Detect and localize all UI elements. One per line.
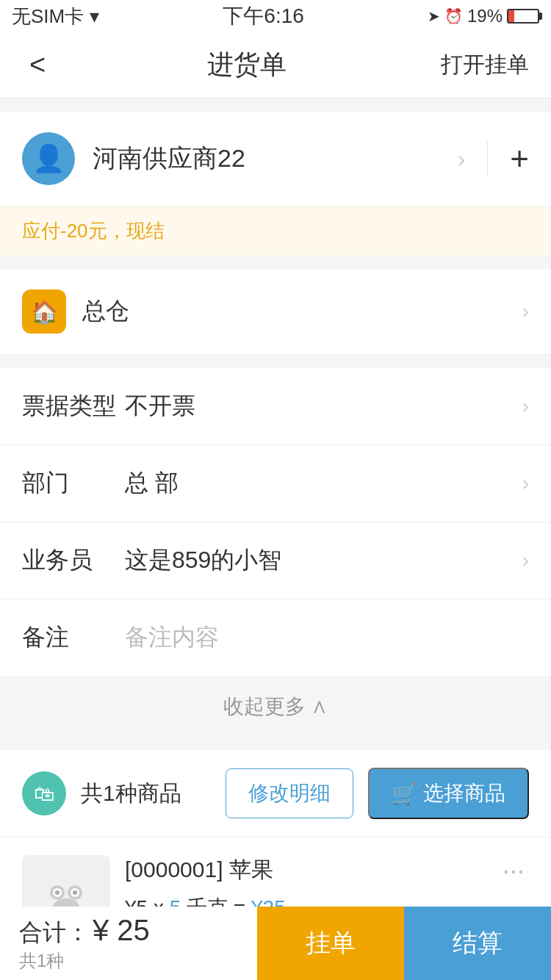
supplier-card: 👤 河南供应商22 › + 应付-20元，现结	[0, 112, 551, 256]
product-count-label: 共1种商品	[81, 779, 211, 809]
department-value: 总 部	[125, 467, 522, 500]
invoice-row[interactable]: 票据类型 不开票 ›	[0, 368, 551, 445]
svg-point-4	[55, 890, 60, 895]
staff-chevron-icon: ›	[522, 549, 529, 572]
product-header: 🛍 共1种商品 修改明细 🛒 选择商品	[0, 750, 551, 837]
invoice-value: 不开票	[125, 390, 522, 422]
invoice-chevron-icon: ›	[522, 394, 529, 418]
supplier-name: 河南供应商22	[93, 142, 458, 176]
cart-icon: 🛒	[392, 782, 417, 806]
user-icon: 👤	[32, 143, 65, 174]
warehouse-chevron-icon: ›	[522, 300, 529, 323]
supplier-avatar: 👤	[22, 132, 75, 185]
battery-icon	[507, 9, 539, 24]
wifi-icon: ▾	[90, 5, 99, 28]
staff-label: 业务员	[22, 544, 125, 577]
staff-value: 这是859的小智	[125, 544, 522, 577]
carrier-label: 无SIM卡	[12, 4, 84, 29]
collapse-button[interactable]: 收起更多 ∧	[0, 677, 551, 737]
product-more-button[interactable]: ···	[498, 855, 529, 886]
warehouse-row[interactable]: 🏠 总仓 ›	[0, 269, 551, 355]
product-title: 苹果	[229, 857, 273, 882]
remark-row[interactable]: 备注 备注内容	[0, 599, 551, 677]
total-amount: ¥ 25	[93, 914, 150, 947]
supplier-right: › +	[458, 140, 529, 177]
remark-label: 备注	[22, 621, 125, 654]
location-icon: ➤	[428, 7, 440, 25]
add-button[interactable]: +	[510, 140, 529, 177]
department-label: 部门	[22, 467, 125, 500]
hang-button[interactable]: 挂单	[257, 907, 404, 980]
staff-row[interactable]: 业务员 这是859的小智 ›	[0, 522, 551, 599]
status-bar-time: 下午6:16	[223, 2, 304, 30]
remark-placeholder: 备注内容	[125, 621, 529, 654]
back-button[interactable]: <	[22, 42, 53, 88]
section-gap-3	[0, 355, 551, 368]
product-name: [0000001] 苹果	[125, 855, 483, 885]
section-gap-4	[0, 737, 551, 750]
alarm-icon: ⏰	[444, 7, 463, 25]
svg-point-5	[73, 890, 77, 895]
open-pending-button[interactable]: 打开挂单	[441, 50, 529, 80]
warehouse-icon: 🏠	[31, 299, 58, 325]
warehouse-name: 总仓	[82, 295, 522, 328]
notice-bar: 应付-20元，现结	[0, 206, 551, 256]
department-chevron-icon: ›	[522, 472, 529, 495]
total-label: 合计：	[19, 917, 90, 949]
status-bar: 无SIM卡 ▾ 下午6:16 ➤ ⏰ 19%	[0, 0, 551, 32]
invoice-label: 票据类型	[22, 390, 125, 422]
edit-detail-button[interactable]: 修改明细	[226, 768, 353, 818]
warehouse-icon-wrap: 🏠	[22, 289, 66, 334]
battery-percentage: 19%	[467, 6, 503, 26]
page-title: 进货单	[207, 47, 287, 83]
select-product-button[interactable]: 🛒 选择商品	[368, 768, 529, 819]
status-bar-right: ➤ ⏰ 19%	[428, 6, 539, 26]
bottom-bar: 合计： ¥ 25 共1种 挂单 结算	[0, 907, 551, 980]
shopping-bag-icon: 🛍	[34, 782, 54, 806]
nav-bar: < 进货单 打开挂单	[0, 32, 551, 98]
vertical-divider	[487, 140, 488, 177]
supplier-chevron-icon: ›	[458, 145, 466, 173]
product-icon-wrap: 🛍	[22, 771, 66, 815]
status-bar-left: 无SIM卡 ▾	[12, 4, 99, 29]
checkout-button[interactable]: 结算	[404, 907, 551, 980]
supplier-row[interactable]: 👤 河南供应商22 › +	[0, 112, 551, 206]
department-row[interactable]: 部门 总 部 ›	[0, 445, 551, 522]
section-gap-1	[0, 98, 551, 112]
collapse-label: 收起更多 ∧	[223, 693, 328, 721]
total-sub: 共1种	[19, 949, 238, 973]
bottom-total: 合计： ¥ 25 共1种	[0, 914, 257, 973]
section-gap-2	[0, 256, 551, 269]
product-code: [0000001]	[125, 857, 223, 882]
